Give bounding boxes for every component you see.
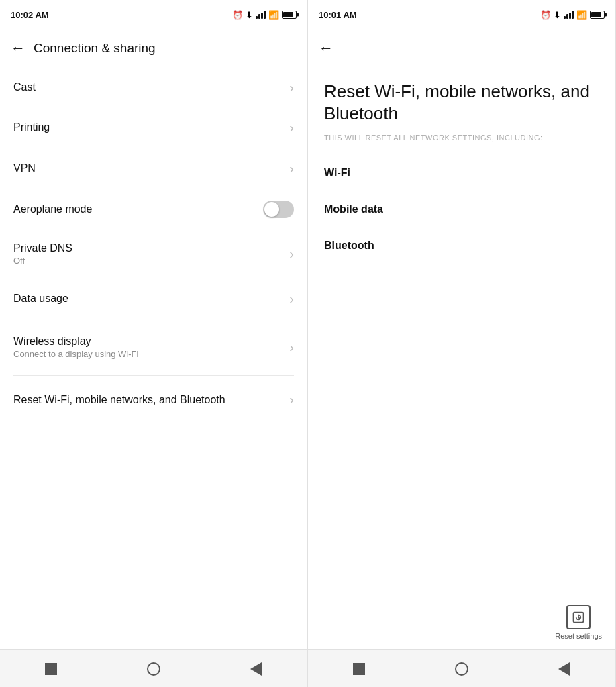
left-nav-bar — [0, 649, 307, 687]
right-back-button[interactable]: ← — [319, 40, 333, 57]
left-status-icons: ⏰ ⬇ 📶 91 — [232, 10, 297, 20]
wireless-display-label: Wireless display — [13, 335, 289, 348]
circle-icon — [147, 662, 160, 676]
vpn-chevron: › — [289, 161, 294, 176]
reset-page-subtitle: THIS WILL RESET ALL NETWORK SETTINGS, IN… — [308, 131, 615, 155]
reset-settings-label: Reset settings — [555, 632, 602, 640]
right-app-bar: ← — [308, 30, 615, 67]
right-status-bar: 10:01 AM ⏰ ⬇ 📶 91 — [308, 0, 615, 30]
left-home-button[interactable] — [143, 658, 164, 680]
right-back-nav-button[interactable] — [554, 658, 575, 680]
right-phone-panel: 10:01 AM ⏰ ⬇ 📶 91 ← Reset Wi-Fi, mobile … — [308, 0, 616, 687]
printing-chevron: › — [289, 120, 294, 136]
reset-wifi-chevron: › — [289, 392, 294, 407]
wifi-icon: 📶 — [268, 10, 279, 20]
left-recent-apps-button[interactable] — [40, 658, 62, 680]
right-triangle-back-icon — [558, 662, 570, 676]
vpn-label: VPN — [13, 162, 289, 174]
toggle-knob — [264, 202, 279, 217]
right-alarm-icon: ⏰ — [540, 10, 551, 20]
right-content: Reset Wi-Fi, mobile networks, and Blueto… — [308, 67, 615, 649]
aeroplane-item[interactable]: Aeroplane mode — [0, 189, 307, 230]
battery-icon: 91 — [282, 11, 297, 19]
left-status-bar: 10:02 AM ⏰ ⬇ 📶 91 — [0, 0, 307, 30]
right-time: 10:01 AM — [319, 10, 357, 20]
reset-page-title: Reset Wi-Fi, mobile networks, and Blueto… — [308, 67, 615, 131]
data-usage-label: Data usage — [13, 293, 289, 305]
right-wifi-icon: 📶 — [576, 10, 587, 20]
download-icon: ⬇ — [246, 10, 253, 20]
right-status-icons: ⏰ ⬇ 📶 91 — [540, 10, 605, 20]
left-back-button[interactable]: ← — [11, 40, 25, 57]
reset-wifi-item[interactable]: Reset Wi-Fi, mobile networks, and Blueto… — [0, 376, 307, 423]
cast-item[interactable]: Cast › — [0, 67, 307, 107]
right-square-icon — [353, 663, 365, 675]
wifi-reset-item: Wi-Fi — [308, 155, 615, 191]
private-dns-label: Private DNS — [13, 242, 289, 254]
left-back-nav-button[interactable] — [246, 658, 267, 680]
aeroplane-toggle[interactable] — [263, 201, 294, 218]
right-nav-bar — [308, 649, 615, 687]
wireless-display-chevron: › — [289, 339, 294, 355]
right-download-icon: ⬇ — [554, 10, 561, 20]
signal-icon — [256, 11, 266, 19]
right-recent-apps-button[interactable] — [348, 658, 370, 680]
private-dns-item[interactable]: Private DNS Off › — [0, 230, 307, 278]
reset-settings-icon — [566, 605, 591, 629]
bluetooth-reset-item: Bluetooth — [308, 227, 615, 264]
left-phone-panel: 10:02 AM ⏰ ⬇ 📶 91 ← Connection & sharing — [0, 0, 308, 687]
printing-item[interactable]: Printing › — [0, 107, 307, 148]
private-dns-subtitle: Off — [13, 256, 289, 266]
reset-icon-svg — [572, 611, 585, 624]
data-usage-chevron: › — [289, 291, 294, 307]
right-battery-icon: 91 — [590, 11, 605, 19]
private-dns-chevron: › — [289, 246, 294, 262]
triangle-back-icon — [250, 662, 262, 676]
left-page-title: Connection & sharing — [34, 41, 156, 56]
vpn-item[interactable]: VPN › — [0, 148, 307, 189]
aeroplane-label: Aeroplane mode — [13, 203, 263, 215]
data-usage-item[interactable]: Data usage › — [0, 278, 307, 319]
right-circle-icon — [455, 662, 468, 676]
cast-label: Cast — [13, 81, 289, 93]
reset-wifi-label: Reset Wi-Fi, mobile networks, and Blueto… — [13, 394, 289, 406]
alarm-icon: ⏰ — [232, 10, 243, 20]
reset-settings-button[interactable]: Reset settings — [555, 605, 602, 640]
left-time: 10:02 AM — [11, 10, 49, 20]
right-home-button[interactable] — [451, 658, 472, 680]
cast-chevron: › — [289, 80, 294, 95]
square-icon — [45, 663, 57, 675]
wireless-display-item[interactable]: Wireless display Connect to a display us… — [0, 319, 307, 375]
mobile-data-reset-item: Mobile data — [308, 191, 615, 227]
wireless-display-subtitle: Connect to a display using Wi-Fi — [13, 349, 289, 359]
right-signal-icon — [564, 11, 574, 19]
left-content: Cast › Printing › VPN › Aeroplane mode — [0, 67, 307, 649]
printing-label: Printing — [13, 121, 289, 134]
left-app-bar: ← Connection & sharing — [0, 30, 307, 67]
